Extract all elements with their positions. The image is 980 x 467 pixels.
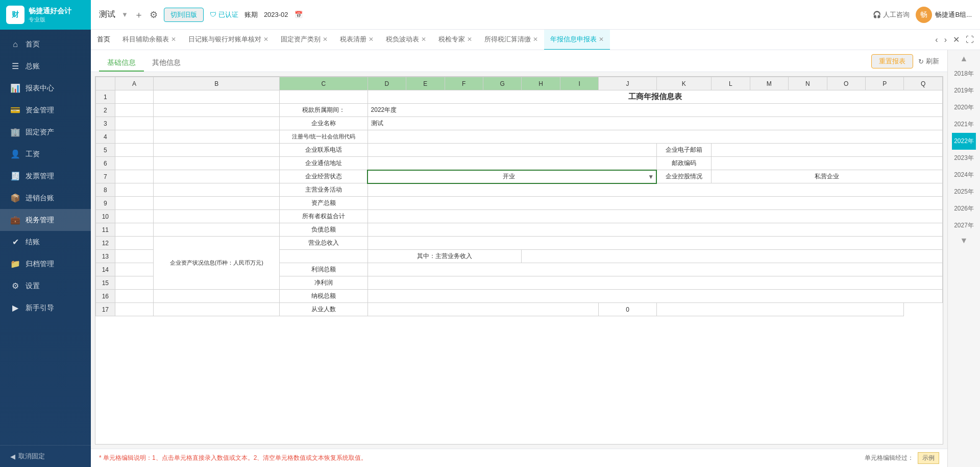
- tab-tax_wave[interactable]: 税负波动表✕: [380, 30, 432, 50]
- row-header-10: 10: [96, 210, 115, 223]
- sheet-cell: [154, 170, 280, 183]
- sidebar-item-ledger[interactable]: ☰总账: [0, 55, 91, 77]
- year-item[interactable]: 2026年: [952, 200, 976, 217]
- sidebar-item-funds[interactable]: 💳资金管理: [0, 99, 91, 121]
- sheet-cell: 工商年报信息表: [368, 90, 942, 104]
- tab-close-tax_wave[interactable]: ✕: [421, 36, 426, 43]
- tab-label-annual_report: 年报信息申报表: [550, 35, 597, 44]
- tab-next-button[interactable]: ›: [942, 34, 949, 45]
- table-row: 9资产总额: [96, 197, 943, 210]
- year-item[interactable]: 2027年: [952, 217, 976, 234]
- col-header-D: D: [368, 77, 406, 90]
- row-header-5: 5: [96, 144, 115, 157]
- row-header-15: 15: [96, 276, 115, 290]
- reset-report-button[interactable]: 重置报表: [871, 54, 913, 68]
- tab-close-income_tax[interactable]: ✕: [533, 36, 538, 43]
- sidebar-item-payroll[interactable]: 👤工资: [0, 143, 91, 165]
- sheet-cell: 税款所属期间：: [280, 104, 368, 117]
- year-item[interactable]: 2018年: [952, 65, 976, 82]
- settle-icon: ✔: [10, 237, 20, 247]
- sidebar-item-invoice[interactable]: 🧾发票管理: [0, 165, 91, 187]
- tab-journal[interactable]: 日记账与银行对账单核对✕: [182, 30, 275, 50]
- dropdown-arrow-icon[interactable]: ▼: [648, 173, 654, 180]
- sheet-cell: [368, 197, 942, 210]
- sheet-cell: [712, 157, 943, 170]
- tab-tax_return[interactable]: 税表清册✕: [334, 30, 380, 50]
- tab-close-annual_report[interactable]: ✕: [599, 36, 604, 43]
- tab-aux_balance[interactable]: 科目辅助余额表✕: [116, 30, 182, 50]
- sheet-cell: 企业控股情况: [656, 170, 712, 183]
- topbar-dropdown-arrow[interactable]: ▼: [121, 11, 128, 18]
- tab-close-fixed_assets[interactable]: ✕: [323, 36, 328, 43]
- tab-prev-button[interactable]: ‹: [933, 34, 940, 45]
- col-header-P: P: [866, 77, 904, 90]
- year-scroll-down-button[interactable]: ▼: [958, 234, 970, 247]
- sidebar-item-reports[interactable]: 📊报表中心: [0, 77, 91, 99]
- sheet-main: 基础信息其他信息 重置报表 ↻ 刷新: [91, 50, 947, 467]
- year-item[interactable]: 2023年: [952, 150, 976, 167]
- tab-annual_report[interactable]: 年报信息申报表✕: [544, 30, 610, 50]
- sheet-cell: [368, 157, 656, 170]
- user-menu-button[interactable]: 畅 畅捷通B组...: [916, 7, 972, 23]
- sheet-cell: [368, 130, 942, 144]
- tab-home[interactable]: 首页: [95, 30, 116, 50]
- topbar-add-button[interactable]: ＋: [134, 9, 143, 21]
- sidebar-item-home[interactable]: ⌂首页: [0, 34, 91, 55]
- tab-close-tax_return[interactable]: ✕: [369, 36, 374, 43]
- sheet-cell: [368, 303, 599, 316]
- sheet-cell: 负债总额: [280, 223, 368, 237]
- sidebar-item-tax[interactable]: 💼税务管理: [0, 209, 91, 231]
- stock-icon: 📦: [10, 193, 20, 203]
- sub-tab-basic[interactable]: 基础信息: [99, 55, 144, 72]
- sheet-cell[interactable]: 开业▼: [368, 170, 656, 183]
- sub-tab-other[interactable]: 其他信息: [144, 55, 189, 72]
- sheet-cell: [656, 303, 904, 316]
- assets-icon: 🏢: [10, 127, 20, 137]
- topbar-settings-button[interactable]: ⚙: [150, 9, 158, 20]
- year-item[interactable]: 2022年: [952, 133, 976, 150]
- tab-close-all-button[interactable]: ✕: [951, 34, 962, 45]
- tab-tax_expert[interactable]: 税检专家✕: [432, 30, 478, 50]
- year-item[interactable]: 2019年: [952, 82, 976, 99]
- spreadsheet-container[interactable]: ABCDEFGHIJKLMNOPQ 1工商年报信息表2税款所属期间：2022年度…: [95, 76, 943, 445]
- sidebar-item-stock[interactable]: 📦进销台账: [0, 187, 91, 209]
- sidebar-item-archive[interactable]: 📁归档管理: [0, 253, 91, 275]
- col-header-Q: Q: [904, 77, 943, 90]
- sheet-cell: [154, 117, 280, 130]
- collapse-icon: ◀: [10, 453, 15, 460]
- year-item[interactable]: 2024年: [952, 167, 976, 183]
- sheet-cell: [115, 157, 153, 170]
- topbar: 测试 ▼ ＋ ⚙ 切到旧版 🛡 已认证 账期 2023-02 📅 🎧 人工咨询 …: [91, 0, 980, 30]
- sheet-cell: [115, 290, 153, 303]
- col-header-L: L: [712, 77, 750, 90]
- tab-close-journal[interactable]: ✕: [263, 36, 268, 43]
- tab-expand-button[interactable]: ⛶: [964, 34, 976, 45]
- tab-income_tax[interactable]: 所得税汇算清缴✕: [478, 30, 544, 50]
- calendar-icon[interactable]: 📅: [295, 11, 303, 18]
- sidebar-collapse-button[interactable]: ◀ 取消固定: [0, 445, 91, 467]
- col-header-K: K: [656, 77, 712, 90]
- year-scroll-up-button[interactable]: ▲: [958, 52, 970, 65]
- tab-close-aux_balance[interactable]: ✕: [171, 36, 176, 43]
- sidebar-item-assets[interactable]: 🏢固定资产: [0, 121, 91, 143]
- sheet-cell: [154, 290, 280, 303]
- col-header-A: A: [115, 77, 153, 90]
- year-item[interactable]: 2020年: [952, 99, 976, 116]
- year-item[interactable]: 2021年: [952, 116, 976, 133]
- refresh-button[interactable]: ↻ 刷新: [918, 57, 939, 66]
- guide-icon: ▶: [10, 303, 20, 313]
- sidebar-item-settings[interactable]: ⚙设置: [0, 275, 91, 297]
- sidebar-label-ledger: 总账: [26, 62, 40, 71]
- sidebar-item-guide[interactable]: ▶新手引导: [0, 297, 91, 319]
- horizontal-scrollbar[interactable]: [95, 437, 943, 444]
- year-item[interactable]: 2025年: [952, 183, 976, 200]
- tab-close-tax_expert[interactable]: ✕: [467, 36, 472, 43]
- switch-old-version-button[interactable]: 切到旧版: [164, 8, 204, 22]
- year-panel: ▲ 2018年2019年2020年2021年2022年2023年2024年202…: [947, 50, 980, 467]
- customer-service-button[interactable]: 🎧 人工咨询: [873, 10, 910, 19]
- tab-fixed_assets[interactable]: 固定资产类别✕: [275, 30, 334, 50]
- status-hint: * 单元格编辑说明：1、点击单元格直接录入数值或文本。2、清空单元格数值或文本恢…: [99, 454, 367, 462]
- spreadsheet-scroll-area[interactable]: ABCDEFGHIJKLMNOPQ 1工商年报信息表2税款所属期间：2022年度…: [95, 77, 943, 437]
- sidebar-item-settle[interactable]: ✔结账: [0, 231, 91, 253]
- sheet-cell: [115, 197, 153, 210]
